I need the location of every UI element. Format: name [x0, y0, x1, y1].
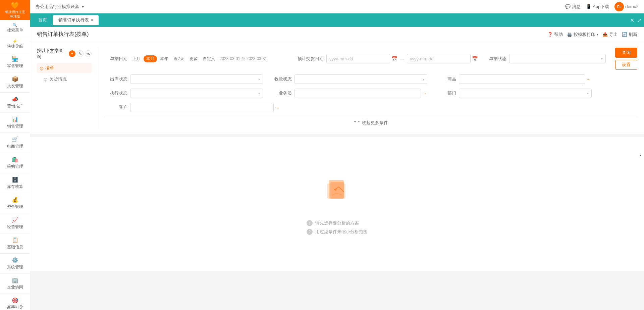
payment-status-select[interactable]: ▾ — [294, 74, 427, 84]
user-name: demo2 — [625, 4, 639, 9]
out-status-select[interactable]: ▾ — [130, 74, 263, 84]
filter-field-department: 部门 ▾ — [433, 89, 592, 98]
salesperson-more-icon[interactable]: ··· — [421, 91, 427, 96]
help-button[interactable]: ❓ 帮助 — [547, 32, 563, 38]
plan-sub-item-shortage[interactable]: ◎ 欠货情况 — [37, 74, 92, 84]
messages-button[interactable]: 💬 消息 — [565, 4, 581, 10]
collapse-label: 收起更多条件 — [362, 120, 388, 125]
refresh-button[interactable]: 🔄 刷新 — [622, 32, 637, 38]
sidebar-item-quicknav[interactable]: ⚡ 快捷导航 — [0, 36, 30, 52]
status-label: 单据状态 — [483, 56, 506, 62]
help-label: 帮助 — [554, 32, 563, 38]
department-select[interactable]: ▾ — [459, 89, 592, 98]
date-tab-7days[interactable]: 近7天 — [172, 55, 186, 62]
page-content: 销售订单执行表(按单) ❓ 帮助 🖨️ 按模板打印 ▾ 📤 导出 🔄 刷新 — [30, 27, 644, 310]
refresh-label: 刷新 — [629, 32, 637, 38]
sidebar-item-basic[interactable]: 📋 基础信息 — [0, 234, 30, 254]
main-content: 办公用品行业模拟账套 ▾ 💬 消息 📱 App下载 Ea demo2 首页 — [30, 0, 644, 310]
sidebar-item-system[interactable]: ⚙️ 系统管理 — [0, 254, 30, 274]
calendar-end-icon[interactable]: 📅 — [472, 56, 478, 61]
empty-tips: 1 请先选择要分析的方案 2 用过滤条件来缩小分析范围 — [307, 220, 368, 235]
sidebar-item-inventory[interactable]: 🗄️ 库存核算 — [0, 173, 30, 193]
sidebar-item-business[interactable]: 📈 经营管理 — [0, 213, 30, 234]
sidebar-item-purchase[interactable]: 🛍️ 采购管理 — [0, 153, 30, 173]
app-logo: 🧡 畅捷通好生意 标准版 — [0, 0, 30, 20]
logo-text: 畅捷通好生意 — [5, 10, 25, 14]
filter-layout: 按以下方案查询 + ✎ ≪ — [37, 48, 637, 128]
customer-label: 客户 — [104, 104, 127, 110]
customer-more-icon[interactable]: ··· — [274, 105, 280, 110]
query-button[interactable]: 查询 — [615, 48, 637, 58]
filter-actions: 查询 设置 — [615, 48, 637, 70]
tab-bar: 首页 销售订单执行表 × ✕ ⤢ — [30, 13, 644, 27]
status-arrow-icon: ▾ — [601, 57, 603, 61]
svg-point-3 — [334, 189, 336, 191]
salesperson-input[interactable] — [294, 89, 421, 98]
sidebar-item-sales[interactable]: 📊 销售管理 — [0, 113, 30, 133]
app-download-button[interactable]: 📱 App下载 — [586, 4, 609, 10]
tab-home-label: 首页 — [38, 17, 47, 23]
date-tab-more[interactable]: 更多 — [187, 55, 200, 62]
sidebar-item-newuser[interactable]: 🎯 新手引导 — [0, 294, 30, 310]
logo-sub: 标准版 — [10, 14, 20, 19]
avatar-text: Ea — [617, 5, 622, 9]
logo-icon: 🧡 — [11, 1, 19, 9]
export-icon: 📤 — [602, 32, 608, 37]
breadcrumb-arrow-icon[interactable]: ▾ — [82, 4, 84, 9]
date-tab-this-month[interactable]: 本月 — [144, 55, 157, 62]
goods-more-icon[interactable]: ··· — [585, 77, 592, 82]
sidebar-item-enterprise[interactable]: 🏢 企业协同 — [0, 274, 30, 294]
tab-close-icon[interactable]: × — [91, 18, 93, 22]
tab-expand-icon[interactable]: ⤢ — [637, 17, 641, 23]
sidebar-item-finance[interactable]: 💰 资金管理 — [0, 193, 30, 213]
export-label: 导出 — [609, 32, 618, 38]
sidebar: 🧡 畅捷通好生意 标准版 🔍 搜索菜单 ⚡ 快捷导航 🏪 零售管理 ▾ 📦 批发… — [0, 0, 30, 310]
user-profile[interactable]: Ea demo2 — [614, 2, 639, 11]
out-status-label: 出库状态 — [104, 76, 127, 82]
status-select[interactable]: ▾ — [509, 54, 606, 63]
collapse-sidebar-button[interactable]: ≪ — [85, 50, 92, 57]
payment-status-label: 收款状态 — [268, 76, 292, 82]
exec-status-select[interactable]: ▾ — [130, 89, 263, 98]
delivery-label: 预计交货日期 — [293, 56, 324, 62]
sidebar-item-marketing[interactable]: 📣 营销推广 — [0, 93, 30, 113]
header-actions: 💬 消息 📱 App下载 Ea demo2 — [565, 2, 639, 11]
sidebar-item-ecommerce[interactable]: 🛒 电商管理 — [0, 133, 30, 153]
print-label: 按模板打印 — [574, 32, 595, 38]
print-button[interactable]: 🖨️ 按模板打印 ▾ — [567, 32, 598, 38]
refresh-icon: 🔄 — [622, 32, 627, 37]
delivery-start-input[interactable] — [326, 54, 390, 63]
date-tabs: 上月 本月 本年 近7天 更多 自定义 — [130, 55, 217, 62]
filter-area: 按以下方案查询 + ✎ ≪ — [30, 42, 644, 134]
tab-home[interactable]: 首页 — [33, 15, 52, 25]
date-tab-custom[interactable]: 自定义 — [201, 55, 217, 62]
sidebar-item-search[interactable]: 🔍 搜索菜单 — [0, 20, 30, 36]
date-tab-this-year[interactable]: 本年 — [158, 55, 170, 62]
top-header: 办公用品行业模拟账套 ▾ 💬 消息 📱 App下载 Ea demo2 — [30, 0, 644, 13]
tip2-num: 2 — [307, 229, 313, 235]
department-control: ▾ — [459, 89, 592, 98]
filter-field-customer: 客户 ··· — [104, 103, 280, 112]
sidebar-item-wholesale[interactable]: 📦 批发管理 ▴ — [0, 72, 30, 93]
goods-input[interactable] — [459, 74, 585, 84]
sub-item-icon: ◎ — [44, 77, 47, 82]
tip2-text: 用过滤条件来缩小分析范围 — [315, 229, 368, 235]
edit-plan-button[interactable]: ✎ — [77, 50, 84, 57]
status-control: ▾ — [509, 54, 606, 63]
calendar-start-icon[interactable]: 📅 — [391, 56, 397, 61]
collapse-more-button[interactable]: ⌃⌃ 收起更多条件 — [104, 117, 637, 128]
filter-field-out-status: 出库状态 ▾ — [104, 74, 263, 84]
plan-item-by-order[interactable]: ◎ 按单 — [37, 63, 92, 73]
customer-input[interactable] — [130, 103, 274, 112]
tab-sales-execution[interactable]: 销售订单执行表 × — [53, 15, 99, 25]
delivery-end-input[interactable] — [407, 54, 471, 63]
date-dash: — — [398, 56, 406, 61]
export-button[interactable]: 📤 导出 — [602, 32, 618, 38]
sidebar-item-retail[interactable]: 🏪 零售管理 ▾ — [0, 52, 30, 72]
add-plan-button[interactable]: + — [69, 50, 75, 57]
tab-close-window-icon[interactable]: ✕ — [630, 17, 634, 23]
date-tab-last-month[interactable]: 上月 — [130, 55, 142, 62]
page-header: 销售订单执行表(按单) ❓ 帮助 🖨️ 按模板打印 ▾ 📤 导出 🔄 刷新 — [30, 27, 644, 42]
settings-button[interactable]: 设置 — [615, 60, 637, 70]
date-control: 上月 本月 本年 近7天 更多 自定义 2023-03-01 至 2023-03… — [130, 55, 288, 62]
